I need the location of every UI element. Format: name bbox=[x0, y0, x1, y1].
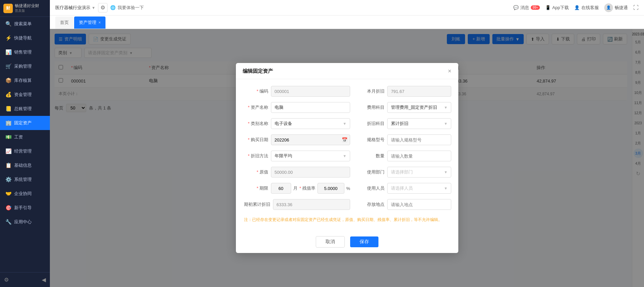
book-icon: 📒 bbox=[5, 106, 11, 112]
edit-asset-modal: 编辑固定资产 × *编码 bbox=[236, 63, 458, 253]
period-input[interactable] bbox=[271, 183, 291, 194]
sidebar-item-label: 销售管理 bbox=[14, 49, 32, 55]
purchase-date-label: *购买日期 bbox=[244, 137, 268, 143]
expense-subject-value: 管理费用_固定资产折旧 bbox=[391, 104, 437, 110]
message-button[interactable]: 💬 消息 99+ bbox=[513, 5, 540, 11]
logo-icon: 财 bbox=[3, 4, 13, 13]
depreciation-subject-select[interactable]: 累计折旧 ▼ bbox=[387, 118, 451, 129]
tab-assets-label: 资产管理 bbox=[79, 20, 96, 26]
sidebar-item-guide[interactable]: 🎯 新手引导 bbox=[0, 201, 50, 215]
expand-icon[interactable]: ⛶ bbox=[633, 5, 639, 11]
info-icon: 📋 bbox=[5, 162, 11, 168]
sidebar-item-assets[interactable]: 🏢 固定资产 bbox=[0, 116, 50, 130]
tab-assets-mgmt[interactable]: 资产管理 × bbox=[74, 17, 105, 29]
wage-icon: 💵 bbox=[5, 134, 11, 140]
experience-text: 我要体验一下 bbox=[118, 5, 144, 11]
tab-close-icon[interactable]: × bbox=[98, 20, 101, 25]
original-value-input[interactable] bbox=[271, 167, 350, 178]
expense-subject-label: 费用科目 bbox=[360, 104, 385, 110]
sidebar-item-label: 系统管理 bbox=[14, 177, 32, 183]
cancel-button[interactable]: 取消 bbox=[316, 236, 345, 248]
asset-name-input[interactable] bbox=[271, 102, 350, 113]
form-row-purchase-date: *购买日期 📅 bbox=[244, 134, 350, 145]
building-icon: 🏢 bbox=[5, 120, 11, 126]
modal-title: 编辑固定资产 bbox=[243, 68, 273, 74]
form-note: 注：已经存在变更记录或者对应固定资产已经生成凭证，原值、购买日期、残值率、累计折… bbox=[244, 215, 452, 227]
form-right-col: 本月折旧 费用科目 管理费用_固定资产折旧 bbox=[360, 86, 451, 215]
form-row-original-value: *原值 bbox=[244, 167, 350, 178]
gear-icon: ⚙️ bbox=[5, 177, 11, 183]
company-selector[interactable]: 医疗器械行业演示 ▼ bbox=[55, 5, 95, 11]
settings-icon: ⚙ bbox=[100, 4, 105, 11]
sidebar-item-ledger[interactable]: 📒 总账管理 bbox=[0, 102, 50, 116]
content-area: ☰ 资产明细 📄 变更生成凭证 刘账 + 新增 bbox=[50, 29, 644, 287]
modal-overlay: 编辑固定资产 × *编码 bbox=[50, 29, 644, 287]
sidebar-item-search[interactable]: 🔍 搜索菜单 bbox=[0, 17, 50, 31]
sidebar-item-quicknav[interactable]: ⚡ 快捷导航 bbox=[0, 31, 50, 45]
depreciation-subject-value: 累计折旧 bbox=[391, 121, 408, 127]
modal-close-button[interactable]: × bbox=[448, 68, 452, 75]
initial-depreciation-input[interactable] bbox=[273, 199, 350, 210]
sidebar-item-enterprise[interactable]: 🤝 企业协同 bbox=[0, 187, 50, 201]
sidebar-item-label: 基础信息 bbox=[14, 162, 32, 168]
app-download-button[interactable]: 📱 App下载 bbox=[545, 5, 569, 11]
sidebar-item-payroll[interactable]: 💵 工资 bbox=[0, 130, 50, 144]
form-row-depreciation-subject: 折旧科目 累计折旧 ▼ bbox=[360, 118, 451, 129]
form-row-depreciation-method: *折旧方法 年限平均 ▼ bbox=[244, 151, 350, 161]
sidebar-item-apps[interactable]: 🔧 应用中心 bbox=[0, 215, 50, 229]
purchase-date-input[interactable] bbox=[271, 134, 350, 145]
sidebar-item-purchase[interactable]: 🛒 采购管理 bbox=[0, 59, 50, 73]
customer-service-button[interactable]: 👤 在线客服 bbox=[574, 5, 599, 11]
sidebar-item-operations[interactable]: 📈 经营管理 bbox=[0, 144, 50, 158]
monthly-depreciation-label: 本月折旧 bbox=[360, 88, 385, 94]
purchase-date-wrapper: 📅 bbox=[271, 134, 350, 145]
depreciation-method-select[interactable]: 年限平均 ▼ bbox=[271, 151, 350, 161]
tab-home[interactable]: 首页 bbox=[55, 17, 73, 29]
user-button[interactable]: 👤 畅捷通 bbox=[604, 3, 628, 12]
residual-label: *残值率 bbox=[300, 185, 315, 191]
person-select[interactable]: 请选择人员 ▼ bbox=[387, 183, 451, 194]
form-row-spec: 规格型号 bbox=[360, 134, 451, 145]
sidebar-item-basic[interactable]: 📋 基础信息 bbox=[0, 158, 50, 172]
settings-bottom-icon[interactable]: ⚙ bbox=[4, 277, 9, 283]
depreciation-subject-arrow-icon: ▼ bbox=[444, 122, 448, 126]
sidebar-item-label: 搜索菜单 bbox=[14, 21, 32, 27]
service-icon: 👤 bbox=[574, 5, 580, 10]
topbar-settings-button[interactable]: ⚙ bbox=[98, 3, 108, 12]
app-download-label: App下载 bbox=[552, 5, 569, 11]
department-select[interactable]: 请选择部门 ▼ bbox=[387, 167, 451, 178]
guide-icon: 🎯 bbox=[5, 205, 11, 211]
person-placeholder: 请选择人员 bbox=[391, 185, 413, 191]
spec-input[interactable] bbox=[387, 134, 451, 145]
sidebar-item-sales[interactable]: 📊 销售管理 bbox=[0, 45, 50, 59]
tabbar: 首页 资产管理 × bbox=[50, 15, 644, 29]
avatar: 👤 bbox=[604, 3, 613, 12]
sidebar-item-label: 采购管理 bbox=[14, 63, 32, 69]
form-row-period: *期限 月 *残值率 % bbox=[244, 183, 350, 194]
location-input[interactable] bbox=[387, 199, 451, 210]
residual-input[interactable] bbox=[317, 183, 344, 194]
quantity-input[interactable] bbox=[387, 151, 451, 161]
form-row-quantity: 数量 bbox=[360, 151, 451, 161]
code-input[interactable] bbox=[271, 86, 350, 97]
depreciation-subject-label: 折旧科目 bbox=[360, 121, 385, 127]
department-arrow-icon: ▼ bbox=[444, 170, 448, 174]
expense-subject-select[interactable]: 管理费用_固定资产折旧 ▼ bbox=[387, 102, 451, 113]
chart-icon: 📊 bbox=[5, 49, 11, 55]
sidebar-item-funds[interactable]: 💰 资金管理 bbox=[0, 88, 50, 102]
depreciation-method-label: *折旧方法 bbox=[244, 153, 268, 159]
experience-icon: 🌐 bbox=[110, 5, 116, 10]
user-name: 畅捷通 bbox=[615, 5, 628, 11]
calendar-icon[interactable]: 📅 bbox=[342, 137, 347, 142]
save-button[interactable]: 保存 bbox=[350, 236, 378, 247]
sidebar-bottom: ⚙ ◀ bbox=[0, 272, 50, 287]
sidebar-item-system[interactable]: ⚙️ 系统管理 bbox=[0, 172, 50, 187]
category-select[interactable]: 电子设备 ▼ bbox=[271, 118, 350, 129]
sidebar-item-label: 资金管理 bbox=[14, 92, 32, 98]
experience-button[interactable]: 🌐 我要体验一下 bbox=[110, 5, 144, 11]
period-unit: 月 bbox=[293, 185, 298, 191]
modal-footer: 取消 保存 bbox=[236, 232, 458, 253]
sidebar-item-inventory[interactable]: 📦 库存核算 bbox=[0, 73, 50, 88]
collapse-icon[interactable]: ◀ bbox=[42, 277, 46, 283]
message-icon: 💬 bbox=[513, 5, 519, 10]
